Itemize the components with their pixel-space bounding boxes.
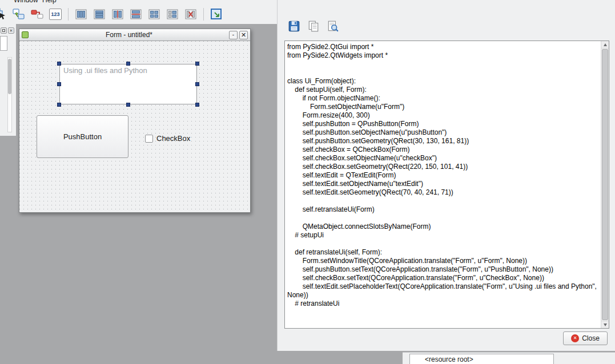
menu-window[interactable]: Window bbox=[14, 0, 38, 4]
find-glyph bbox=[327, 20, 339, 33]
save-icon[interactable] bbox=[287, 19, 302, 34]
code-scrollbar[interactable] bbox=[601, 41, 609, 328]
resize-handle-top-right[interactable] bbox=[195, 62, 199, 66]
resize-handle-top-left[interactable] bbox=[57, 62, 61, 66]
layout-form-glyph bbox=[166, 8, 179, 21]
resource-root-item[interactable]: <resource root> bbox=[409, 354, 554, 364]
scroll-up-icon[interactable] bbox=[601, 41, 609, 48]
qt-designer-screen: Window Help 1 bbox=[0, 0, 615, 364]
close-dialog-button[interactable]: ✕ Close bbox=[563, 331, 608, 345]
toolbar-separator bbox=[68, 8, 69, 21]
form-window-icon bbox=[22, 31, 29, 38]
resize-handle-bottom-left[interactable] bbox=[57, 103, 61, 107]
checkbox-widget[interactable]: CheckBox bbox=[145, 127, 203, 150]
code-dialog-toolbar bbox=[287, 19, 340, 34]
dock-scrollbar[interactable] bbox=[7, 57, 12, 132]
edit-widgets-icon[interactable] bbox=[0, 7, 8, 22]
dock-scrollbar-thumb[interactable] bbox=[8, 59, 11, 94]
layout-splitter-vertical-icon[interactable] bbox=[128, 7, 143, 22]
main-toolbar: 123 bbox=[0, 5, 226, 24]
find-icon[interactable] bbox=[325, 19, 340, 34]
resize-handle-top[interactable] bbox=[126, 62, 130, 66]
checkbox-label: CheckBox bbox=[156, 134, 190, 143]
form-window-title: Form - untitled* bbox=[31, 31, 227, 39]
form-window-titlebar[interactable]: Form - untitled* - ✕ bbox=[19, 29, 250, 41]
layout-grid-glyph bbox=[148, 8, 160, 21]
close-circle-icon: ✕ bbox=[571, 334, 579, 342]
adjust-size-icon[interactable] bbox=[209, 7, 224, 22]
code-text: from PySide2.QtGui import * from PySide2… bbox=[287, 43, 598, 326]
layout-splitter-horizontal-icon[interactable] bbox=[110, 7, 125, 22]
resize-handle-bottom[interactable] bbox=[126, 103, 130, 107]
edit-signals-slots-glyph bbox=[12, 7, 26, 21]
checkbox-indicator bbox=[145, 135, 153, 143]
dock-buttons: ✕ bbox=[0, 24, 16, 36]
tab-order-label: 123 bbox=[49, 9, 62, 20]
scroll-down-icon[interactable] bbox=[601, 321, 609, 328]
form-window: Form - untitled* - ✕ Using .ui files and… bbox=[19, 29, 251, 213]
layout-splitter-horizontal-glyph bbox=[111, 8, 124, 21]
dock-close-icon[interactable]: ✕ bbox=[8, 27, 14, 34]
resize-handle-right[interactable] bbox=[195, 82, 199, 86]
pushbutton-widget[interactable]: PushButton bbox=[37, 115, 128, 158]
triangle-up-glyph bbox=[604, 43, 607, 46]
toolbar-separator bbox=[203, 8, 204, 21]
layout-vertically-glyph bbox=[93, 8, 106, 21]
edit-signals-slots-icon[interactable] bbox=[11, 7, 26, 22]
layout-horizontally-icon[interactable] bbox=[74, 7, 89, 22]
widget-filter-input[interactable] bbox=[0, 36, 7, 51]
layout-form-icon[interactable] bbox=[165, 7, 180, 22]
layout-splitter-vertical-glyph bbox=[130, 8, 142, 21]
break-layout-glyph bbox=[184, 8, 197, 21]
resize-handle-left[interactable] bbox=[57, 82, 61, 86]
minimize-button[interactable]: - bbox=[229, 31, 238, 39]
close-button[interactable]: ✕ bbox=[239, 31, 248, 39]
layout-horizontally-glyph bbox=[75, 8, 87, 21]
resource-browser-clipped: <resource root> bbox=[403, 352, 615, 364]
menubar: Window Help bbox=[0, 0, 277, 5]
resize-handle-bottom-right[interactable] bbox=[195, 103, 199, 107]
widget-box-dock-clipped: ✕ bbox=[0, 24, 16, 136]
copy-icon[interactable] bbox=[306, 19, 321, 34]
edit-buddies-glyph bbox=[30, 7, 44, 21]
edit-tab-order-icon[interactable]: 123 bbox=[48, 7, 63, 22]
adjust-size-glyph bbox=[210, 7, 223, 21]
dock-float-icon[interactable] bbox=[1, 27, 7, 34]
menu-help[interactable]: Help bbox=[42, 0, 57, 4]
layout-vertically-icon[interactable] bbox=[92, 7, 107, 22]
code-preview-dialog: from PySide2.QtGui import * from PySide2… bbox=[277, 0, 615, 351]
layout-grid-icon[interactable] bbox=[147, 7, 162, 22]
triangle-down-glyph bbox=[604, 323, 607, 326]
copy-glyph bbox=[307, 20, 320, 33]
code-scrollbar-thumb[interactable] bbox=[602, 49, 608, 320]
textedit-widget[interactable]: Using .ui files and Python bbox=[59, 64, 197, 104]
save-glyph bbox=[288, 20, 300, 33]
break-layout-icon[interactable] bbox=[183, 7, 198, 22]
code-view[interactable]: from PySide2.QtGui import * from PySide2… bbox=[284, 41, 609, 329]
float-glyph bbox=[2, 29, 5, 32]
edit-buddies-icon[interactable] bbox=[30, 7, 45, 22]
form-canvas[interactable]: Using .ui files and Python PushButton Ch… bbox=[19, 41, 250, 212]
edit-widgets-glyph bbox=[0, 7, 7, 21]
close-button-label: Close bbox=[582, 334, 600, 342]
